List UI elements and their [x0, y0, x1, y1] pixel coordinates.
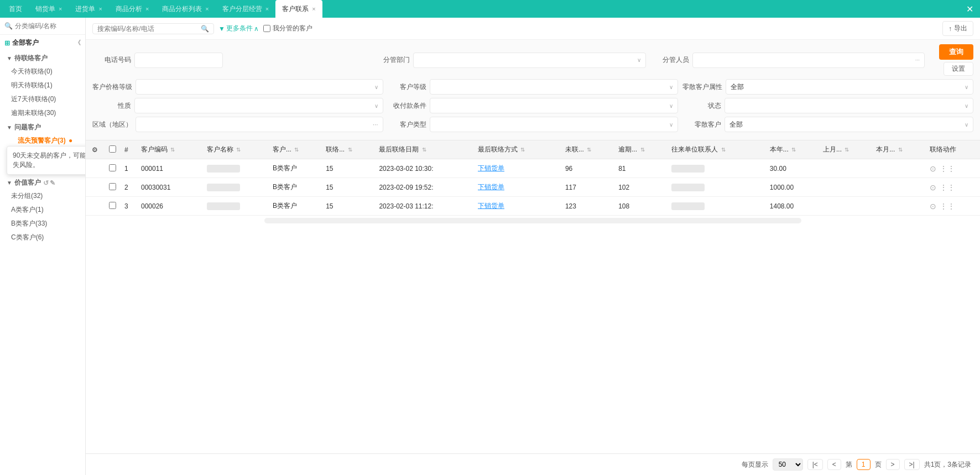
page-label: 第: [846, 460, 852, 469]
refresh-icon[interactable]: ↺: [43, 179, 49, 187]
phone-input[interactable]: [134, 53, 223, 68]
region-select[interactable]: ···: [135, 117, 383, 132]
gender-label: 性质: [92, 101, 131, 111]
sidebar-item-c-class[interactable]: C类客户(6): [0, 231, 85, 244]
col-contact[interactable]: 联络... ⇅: [322, 140, 376, 159]
settings-button[interactable]: 设置: [943, 62, 973, 76]
method-link-2[interactable]: 下销货单: [478, 202, 504, 210]
row-checkbox-1[interactable]: [109, 183, 116, 190]
section-pending-contact[interactable]: ▼ 待联络客户: [0, 51, 85, 65]
zero-attr-select[interactable]: 全部 ∨: [726, 79, 973, 95]
tab-product-analysis[interactable]: 商品分析 ×: [109, 0, 155, 18]
close-analysis-tab[interactable]: ×: [145, 6, 149, 12]
close-list-tab[interactable]: ×: [205, 6, 208, 12]
payment-select[interactable]: ∨: [430, 98, 679, 113]
sidebar-item-today[interactable]: 今天待联络(0): [0, 65, 85, 79]
last-page-button[interactable]: >|: [904, 459, 920, 470]
tab-purchase[interactable]: 进货单 ×: [69, 0, 108, 18]
col-overdue[interactable]: 逾期... ⇅: [615, 140, 668, 159]
action-link-icon-1[interactable]: ⊙: [930, 183, 936, 192]
col-name[interactable]: 客户名称 ⇅: [204, 140, 269, 159]
col-this-month[interactable]: 本月... ⇅: [873, 140, 926, 159]
tab-product-list[interactable]: 商品分析列表 ×: [155, 0, 215, 18]
action-menu-icon-1[interactable]: ⋮⋮: [940, 183, 955, 192]
export-button[interactable]: ↑ 导出: [942, 21, 973, 36]
tab-sales[interactable]: 销货单 ×: [29, 0, 69, 18]
method-link-1[interactable]: 下销货单: [478, 183, 504, 191]
per-page-select[interactable]: 50 20 100: [773, 458, 803, 471]
search-icon[interactable]: 🔍: [201, 25, 209, 33]
cell-action-0: ⊙ ⋮⋮: [926, 159, 980, 178]
horizontal-scrollbar[interactable]: [264, 218, 801, 223]
cell-code-0: 000011: [138, 159, 204, 178]
close-window-button[interactable]: ✕: [966, 4, 978, 14]
person-select[interactable]: ···: [692, 53, 925, 68]
sidebar-item-ungrouped[interactable]: 未分组(32): [0, 189, 85, 203]
action-link-icon-2[interactable]: ⊙: [930, 202, 936, 211]
gender-select[interactable]: ∨: [134, 98, 383, 113]
tab-customer-contact[interactable]: 客户联系 ×: [275, 0, 322, 18]
cell-last-method-0: 下销货单: [475, 159, 562, 178]
sidebar-item-overdue[interactable]: 逾期未联络(30): [0, 106, 85, 120]
section-value-customer[interactable]: ▼ 价值客户 ↺ ✎: [0, 175, 85, 189]
close-sales-tab[interactable]: ×: [59, 6, 62, 12]
current-page[interactable]: 1: [857, 459, 870, 470]
tier-select[interactable]: ∨: [430, 79, 679, 95]
col-checkbox: [103, 140, 121, 159]
query-button[interactable]: 查询: [939, 44, 973, 60]
col-code[interactable]: 客户编码 ⇅: [138, 140, 204, 159]
tab-customer-layer[interactable]: 客户分层经营 ×: [216, 0, 275, 18]
prev-page-button[interactable]: <: [827, 459, 841, 470]
sidebar-item-tomorrow[interactable]: 明天待联络(1): [0, 79, 85, 92]
section-problem-customer[interactable]: ▼ 问题客户: [0, 120, 85, 134]
cell-company-contact-1: [668, 178, 766, 197]
edit-icon[interactable]: ✎: [50, 179, 55, 187]
cell-contact-1: 15: [322, 178, 376, 197]
col-last-date[interactable]: 最后联络日期 ⇅: [376, 140, 475, 159]
pagination-bar: 每页显示 50 20 100 |< < 第 1 页 > >| 共1页，3条记录: [86, 453, 980, 475]
col-last-method[interactable]: 最后联络方式 ⇅: [475, 140, 562, 159]
action-menu-icon-2[interactable]: ⋮⋮: [940, 202, 955, 211]
action-menu-icon-0[interactable]: ⋮⋮: [940, 164, 955, 173]
col-company-contact[interactable]: 往来单位联系人 ⇅: [668, 140, 766, 159]
cell-last-method-2: 下销货单: [475, 197, 562, 216]
zero-customer-select[interactable]: 全部 ∨: [724, 117, 973, 132]
sidebar-item-a-class[interactable]: A类客户(1): [0, 203, 85, 217]
select-all-checkbox[interactable]: [109, 145, 116, 153]
col-last-month[interactable]: 上月... ⇅: [820, 140, 873, 159]
filter-cell-status: 状态 ∨: [682, 98, 973, 113]
sidebar-item-b-class[interactable]: B类客户(33): [0, 217, 85, 231]
close-contact-tab[interactable]: ×: [312, 6, 315, 12]
method-link-0[interactable]: 下销货单: [478, 164, 504, 172]
col-this-year[interactable]: 本年... ⇅: [767, 140, 820, 159]
row-checkbox-0[interactable]: [109, 164, 116, 171]
more-conditions-button[interactable]: ▼ 更多条件 ∧: [218, 24, 259, 33]
first-page-button[interactable]: |<: [807, 459, 823, 470]
price-tier-select[interactable]: ∨: [135, 79, 383, 95]
close-purchase-tab[interactable]: ×: [98, 6, 102, 12]
col-settings[interactable]: ⚙: [86, 140, 103, 159]
sidebar-item-7days[interactable]: 近7天待联络(0): [0, 92, 85, 106]
close-layer-tab[interactable]: ×: [265, 6, 269, 12]
zero-attr-arrow: ∨: [965, 84, 968, 90]
status-select[interactable]: ∨: [724, 98, 973, 113]
search-input[interactable]: [97, 25, 201, 33]
action-link-icon-0[interactable]: ⊙: [930, 164, 936, 173]
row-checkbox-2[interactable]: [109, 202, 116, 209]
table-header-row: ⚙ # 客户编码 ⇅ 客户名称 ⇅ 客户... ⇅ 联络... ⇅ 最后联络日期…: [86, 140, 980, 159]
cell-last-month-2: [820, 197, 873, 216]
col-uncontacted[interactable]: 未联... ⇅: [562, 140, 615, 159]
type-select[interactable]: ∨: [430, 117, 679, 132]
my-customers-checkbox[interactable]: [263, 25, 270, 32]
sidebar-search-input[interactable]: [15, 22, 81, 30]
col-type[interactable]: 客户... ⇅: [269, 140, 322, 159]
cell-action-2: ⊙ ⋮⋮: [926, 197, 980, 216]
dept-select[interactable]: ∨: [413, 53, 645, 68]
chevron-down-icon: ∧: [254, 25, 259, 33]
sidebar-all-customers[interactable]: ⊞ 全部客户 《: [0, 35, 85, 51]
my-customers-checkbox-wrap: 我分管的客户: [263, 24, 312, 33]
next-page-button[interactable]: >: [886, 459, 900, 470]
per-page-label: 每页显示: [742, 460, 768, 469]
tab-home[interactable]: 首页: [2, 0, 29, 18]
filter-cell-payment: 收付款条件 ∨: [388, 98, 679, 113]
